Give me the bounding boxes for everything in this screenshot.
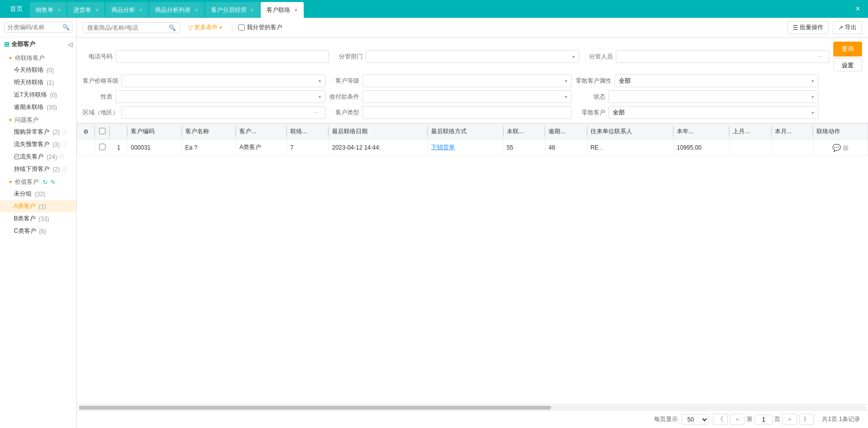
page-size-label: 每页显示 bbox=[654, 415, 678, 424]
filter-retail-select[interactable]: 全部 ▾ bbox=[608, 106, 818, 119]
sidebar-item-c-class[interactable]: C类客户 (6) bbox=[0, 225, 76, 237]
row-check[interactable] bbox=[95, 140, 110, 156]
window-close-button[interactable]: × bbox=[852, 4, 864, 13]
sidebar-item-churned[interactable]: 已流失客户 (24) ⓘ bbox=[0, 151, 76, 163]
row-unit-contact: RE . bbox=[587, 140, 673, 156]
sidebar-collapse-btn[interactable]: ◁ bbox=[68, 41, 72, 48]
nav-tab-customer-mgr[interactable]: 客户分层经营 × bbox=[205, 2, 260, 18]
close-tab-customer-mgr[interactable]: × bbox=[251, 7, 254, 13]
sidebar-item-hoarding[interactable]: 囤购异常客户 (2) ⓘ bbox=[0, 126, 76, 138]
query-button[interactable]: 查询 bbox=[833, 42, 862, 56]
close-tab-customer-contact[interactable]: × bbox=[294, 7, 297, 13]
filter-retail-attr-select[interactable]: 全部 ▾ bbox=[614, 74, 818, 87]
filter-price-level-select[interactable]: ▾ bbox=[121, 74, 326, 87]
filter-person-select[interactable]: ··· bbox=[616, 50, 829, 63]
price-level-chevron-icon: ▾ bbox=[319, 78, 321, 84]
col-header-check[interactable] bbox=[95, 124, 110, 140]
filter-dept-select[interactable]: ▾ bbox=[366, 50, 579, 63]
filter-icon: ▽ bbox=[188, 24, 193, 31]
row-checkbox[interactable] bbox=[99, 144, 106, 150]
my-customers-checkbox[interactable]: 我分管的客户 bbox=[238, 23, 282, 32]
my-customers-check-input[interactable] bbox=[238, 24, 245, 31]
filter-customer-level: 客户等级 ▾ bbox=[329, 74, 572, 87]
sidebar-item-tomorrow[interactable]: 明天待联络 (1) bbox=[0, 76, 76, 89]
export-button[interactable]: ↗ 导出 bbox=[833, 21, 862, 34]
close-tab-goods-list[interactable]: × bbox=[195, 7, 198, 13]
col-header-last-method[interactable]: 最后联络方式 bbox=[428, 124, 503, 140]
filter-nature-select[interactable]: ▾ bbox=[115, 90, 326, 103]
row-name[interactable]: Ea ? bbox=[182, 140, 236, 156]
first-page-btn[interactable]: 《 bbox=[713, 414, 728, 425]
nav-home[interactable]: 首页 bbox=[4, 0, 29, 18]
sidebar-item-churn-warning[interactable]: 流失预警客户 (3) ⓘ bbox=[0, 138, 76, 151]
filter-row-2: 客户价格等级 ▾ 客户等级 ▾ 零散客户属性 全部 bbox=[83, 74, 862, 87]
page-unit: 页 bbox=[774, 415, 780, 424]
filter-price-level-label: 客户价格等级 bbox=[83, 77, 118, 85]
filter-divider bbox=[232, 23, 232, 33]
filter-region-select[interactable]: ··· bbox=[121, 106, 326, 119]
close-tab-goods[interactable]: × bbox=[139, 7, 142, 13]
page-input[interactable] bbox=[755, 415, 772, 425]
col-header-last-month[interactable]: 上月... bbox=[730, 124, 772, 140]
sidebar-item-declining[interactable]: 持续下滑客户 (2) ⓘ bbox=[0, 163, 76, 175]
sidebar-section-problem: ▼ 问题客户 bbox=[0, 113, 76, 126]
col-header-action[interactable]: 联络动作 bbox=[814, 124, 868, 140]
filter-phone-input[interactable] bbox=[115, 50, 329, 63]
filter-search-input[interactable] bbox=[87, 24, 166, 31]
row-last-method[interactable]: 下销货单 bbox=[428, 140, 503, 156]
info-icon-churned: ⓘ bbox=[59, 154, 64, 160]
filter-status-select[interactable]: ▾ bbox=[608, 90, 818, 103]
close-tab-sales[interactable]: × bbox=[57, 7, 60, 13]
select-all-checkbox[interactable] bbox=[99, 128, 106, 134]
nav-tab-purchase[interactable]: 进货单 × bbox=[67, 2, 104, 18]
sidebar-all-customers[interactable]: ⊞ 全部客户 ◁ bbox=[0, 37, 76, 52]
page-label: 第 bbox=[747, 415, 753, 424]
nav-tab-goods-list[interactable]: 商品分析列表 × bbox=[149, 2, 204, 18]
info-icon-hoarding: ⓘ bbox=[62, 129, 67, 136]
sidebar-item-today[interactable]: 今天待联络 (0) bbox=[0, 64, 76, 76]
last-method-link[interactable]: 下销货单 bbox=[431, 144, 455, 151]
col-header-code[interactable]: 客户编码 bbox=[128, 124, 182, 140]
col-header-name[interactable]: 客户名称 bbox=[182, 124, 236, 140]
filter-more-btn[interactable]: ▽ 更多条件 ▾ bbox=[184, 22, 226, 33]
page-size-select[interactable]: 50 100 bbox=[682, 414, 709, 425]
col-header-overdue[interactable]: 逾期... bbox=[545, 124, 588, 140]
sidebar-item-a-class[interactable]: A类客户 (1) bbox=[0, 200, 76, 213]
sidebar-item-7days[interactable]: 近7天待联络 (0) bbox=[0, 89, 76, 101]
sidebar-item-overdue[interactable]: 逾期未联络 (30) bbox=[0, 101, 76, 113]
chat-icon[interactable]: 💬 bbox=[832, 144, 841, 152]
filter-payment-select[interactable]: ▾ bbox=[362, 90, 572, 103]
filter-row-1: 电话号码 分管部门 ▾ 分管人员 ··· bbox=[83, 42, 862, 71]
horizontal-scrollbar[interactable] bbox=[77, 404, 868, 410]
sidebar-item-b-class[interactable]: B类客户 (33) bbox=[0, 213, 76, 225]
col-header-last-date[interactable]: 最后联络日期 bbox=[329, 124, 428, 140]
filter-customer-level-select[interactable]: ▾ bbox=[362, 74, 572, 87]
nav-tab-sales[interactable]: 销售单 × bbox=[30, 2, 66, 18]
filter-customer-type-label: 客户类型 bbox=[329, 108, 359, 117]
scrollbar-track[interactable] bbox=[79, 406, 866, 410]
nav-tab-customer-contact[interactable]: 客户联络 × bbox=[261, 2, 303, 18]
prev-page-btn[interactable]: ＜ bbox=[730, 414, 745, 425]
next-page-btn[interactable]: ＞ bbox=[782, 414, 797, 425]
col-header-type[interactable]: 客户... bbox=[236, 124, 287, 140]
settings-button[interactable]: 设置 bbox=[833, 58, 862, 71]
col-header-gear[interactable]: ⚙ bbox=[77, 124, 95, 140]
filter-region-label: 区域（地区） bbox=[83, 108, 118, 117]
col-header-contact-count[interactable]: 联络... bbox=[287, 124, 329, 140]
nav-tab-goods[interactable]: 商品分析 × bbox=[106, 2, 148, 18]
sidebar-item-unclassified[interactable]: 未分组 (32) bbox=[0, 188, 76, 200]
share-icon[interactable]: ⊞ bbox=[843, 144, 849, 152]
batch-op-button[interactable]: ☰ 批量操作 bbox=[787, 21, 829, 34]
col-header-this-month[interactable]: 本月... bbox=[771, 124, 814, 140]
last-page-btn[interactable]: 》 bbox=[799, 414, 814, 425]
col-header-unit-contact[interactable]: 往来单位联系人 bbox=[587, 124, 673, 140]
col-header-this-year[interactable]: 本年... bbox=[673, 124, 729, 140]
close-tab-purchase[interactable]: × bbox=[95, 7, 98, 13]
scrollbar-thumb[interactable] bbox=[79, 406, 551, 410]
region-dots-icon[interactable]: ··· bbox=[312, 109, 321, 116]
col-header-not-contacted[interactable]: 未联... bbox=[503, 124, 545, 140]
edit-icon[interactable]: ✎ bbox=[51, 179, 55, 186]
filter-customer-type-input[interactable] bbox=[362, 106, 572, 119]
person-dots-icon[interactable]: ··· bbox=[816, 53, 825, 60]
refresh-icon[interactable]: ↻ bbox=[43, 179, 48, 186]
